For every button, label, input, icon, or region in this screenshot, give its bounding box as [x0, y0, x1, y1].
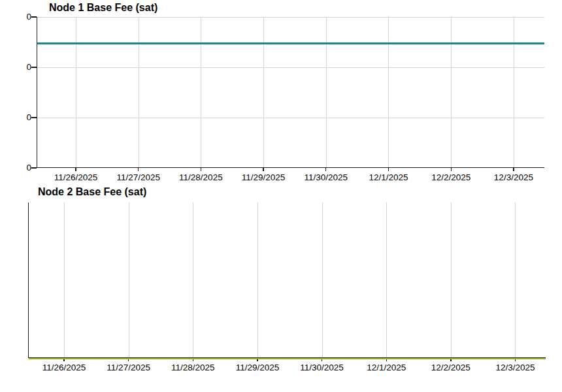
- gridline-v: [193, 203, 193, 358]
- x-tick-label: 11/28/2025: [163, 363, 222, 372]
- y-axis-tick: [31, 117, 37, 118]
- y-axis-line: [28, 203, 29, 358]
- x-tick-label: 11/29/2025: [228, 363, 287, 372]
- x-axis-tick: [451, 168, 452, 171]
- x-tick-label: 12/3/2025: [484, 172, 543, 182]
- y-tick-label: 0: [1, 62, 31, 73]
- gridline-v: [326, 17, 327, 168]
- x-tick-label: 12/3/2025: [486, 363, 544, 372]
- x-axis-tick: [388, 168, 389, 171]
- chart-title: Node 2 Base Fee (sat): [38, 186, 146, 198]
- x-axis-tick: [513, 168, 514, 171]
- x-axis-tick: [325, 168, 326, 171]
- y-tick-label: 0: [1, 163, 31, 173]
- gridline-v: [514, 17, 514, 168]
- x-tick-label: 12/1/2025: [357, 363, 416, 372]
- gridline-v: [257, 203, 258, 358]
- plot-area: 11/26/202511/27/202511/28/202511/29/2025…: [37, 17, 544, 168]
- gridline-v: [64, 203, 65, 358]
- x-axis-tick: [75, 168, 76, 171]
- y-axis-tick: [31, 16, 37, 17]
- y-tick-label: 0: [1, 112, 31, 123]
- chart-title: Node 1 Base Fee (sat): [49, 2, 157, 14]
- plot-area: 11/26/202511/27/202511/28/202511/29/2025…: [29, 203, 546, 358]
- y-tick-label: 0: [1, 12, 31, 22]
- gridline-v: [451, 17, 452, 168]
- x-tick-label: 11/30/2025: [293, 363, 352, 372]
- gridline-v: [263, 17, 264, 168]
- gridline-v: [139, 17, 139, 168]
- gridline-h: [37, 118, 544, 118]
- x-axis-tick: [138, 168, 139, 171]
- gridline-v: [129, 203, 129, 358]
- gridline-v: [451, 203, 452, 358]
- x-tick-label: 11/26/2025: [35, 363, 93, 372]
- x-tick-label: 11/30/2025: [297, 172, 355, 182]
- x-tick-label: 11/29/2025: [234, 172, 293, 182]
- gridline-v: [201, 17, 201, 168]
- series-line-node1: [37, 42, 544, 44]
- gridline-h: [37, 67, 544, 68]
- series-line-node2: [29, 358, 546, 359]
- gridline-v: [322, 203, 323, 358]
- x-tick-label: 12/2/2025: [422, 172, 480, 182]
- x-axis-line: [37, 167, 545, 169]
- x-axis-tick: [201, 168, 201, 171]
- gridline-v: [515, 203, 516, 358]
- gridline-h: [37, 17, 544, 18]
- y-axis-tick: [31, 167, 37, 168]
- x-tick-label: 11/26/2025: [46, 172, 105, 182]
- x-tick-label: 12/2/2025: [422, 363, 480, 372]
- y-axis-tick: [31, 67, 37, 67]
- x-tick-label: 12/1/2025: [359, 172, 418, 182]
- gridline-v: [388, 17, 389, 168]
- gridline-v: [76, 17, 76, 168]
- gridline-v: [386, 203, 387, 358]
- x-tick-label: 11/27/2025: [109, 172, 168, 182]
- y-axis-line: [37, 17, 38, 168]
- x-tick-label: 11/28/2025: [171, 172, 230, 182]
- x-tick-label: 11/27/2025: [99, 363, 158, 372]
- x-axis-tick: [263, 168, 263, 171]
